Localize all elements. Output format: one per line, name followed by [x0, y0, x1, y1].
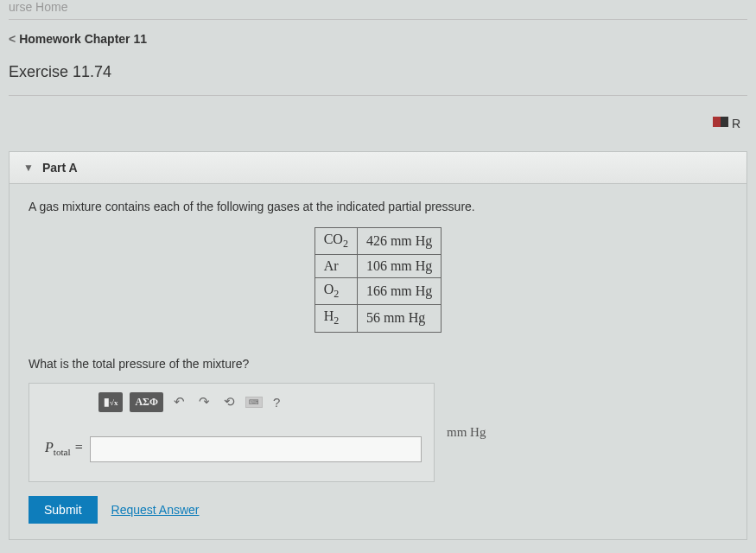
answer-box: ▮√x ΑΣΦ ↶ ↷ ⟲ ⌨ ? Ptotal =: [29, 383, 435, 482]
part-a-header[interactable]: ▼ Part A: [9, 151, 747, 184]
reset-icon[interactable]: ⟲: [220, 392, 238, 411]
keyboard-icon[interactable]: ⌨: [245, 397, 263, 408]
review-link-partial[interactable]: R: [732, 117, 740, 130]
gas-cell: H2: [314, 305, 357, 332]
page-title: Exercise 11.74: [9, 49, 747, 96]
gas-cell: CO2: [314, 228, 357, 255]
greek-button[interactable]: ΑΣΦ: [130, 392, 162, 412]
flag-icon[interactable]: [713, 117, 728, 127]
gas-cell: Ar: [314, 255, 357, 278]
undo-icon[interactable]: ↶: [170, 392, 188, 411]
course-home-link[interactable]: urse Home: [9, 0, 747, 20]
variable-label: Ptotal =: [45, 440, 83, 457]
value-cell: 426 mm Hg: [357, 228, 441, 255]
question-text: What is the total pressure of the mixtur…: [29, 357, 727, 371]
answer-input[interactable]: [90, 436, 422, 462]
value-cell: 56 mm Hg: [357, 305, 441, 332]
request-answer-link[interactable]: Request Answer: [111, 503, 200, 517]
breadcrumb[interactable]: <Homework Chapter 11: [9, 20, 747, 49]
gas-cell: O2: [314, 278, 357, 305]
table-row: CO2426 mm Hg: [314, 228, 442, 255]
table-row: Ar106 mm Hg: [314, 255, 442, 278]
part-title: Part A: [42, 161, 78, 175]
breadcrumb-label: Homework Chapter 11: [19, 32, 147, 46]
value-cell: 166 mm Hg: [357, 278, 441, 305]
value-cell: 106 mm Hg: [357, 255, 441, 278]
prompt-text: A gas mixture contains each of the follo…: [29, 200, 727, 213]
help-icon[interactable]: ?: [270, 393, 283, 411]
redo-icon[interactable]: ↷: [195, 392, 213, 411]
caret-down-icon: ▼: [23, 162, 34, 174]
unit-label: mm Hg: [447, 425, 486, 440]
table-row: O2166 mm Hg: [314, 278, 442, 305]
table-row: H256 mm Hg: [314, 305, 442, 332]
partial-pressure-table: CO2426 mm HgAr106 mm HgO2166 mm HgH256 m…: [314, 227, 442, 333]
submit-button[interactable]: Submit: [29, 496, 98, 524]
templates-button[interactable]: ▮√x: [98, 392, 123, 412]
breadcrumb-back-icon: <: [9, 32, 16, 46]
